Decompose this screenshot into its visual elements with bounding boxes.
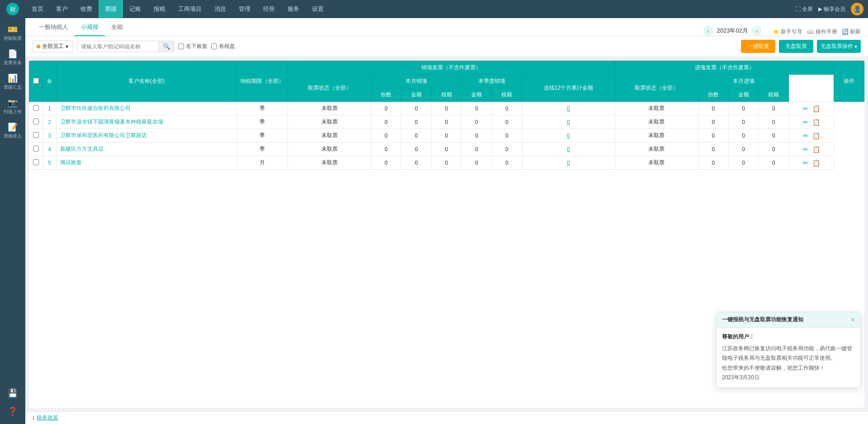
tab-action-操作手册[interactable]: 📖 操作手册 [807, 28, 837, 36]
edit-icon[interactable]: ✏ [803, 159, 808, 167]
fullscreen-btn[interactable]: ⛶ 全屏 [795, 5, 813, 13]
edit-icon[interactable]: ✏ [803, 132, 808, 139]
table-row: 2 卫辉市汲水镇下园湖香烟薹木种植家庭农场 季 未取票 0 0 0 0 0 0 … [29, 115, 864, 129]
row-checkbox[interactable] [29, 102, 43, 115]
row-pm-amount: 0 [728, 102, 759, 115]
edit-icon[interactable]: ✏ [803, 105, 808, 112]
row-12m[interactable]: 0 [522, 156, 615, 170]
edit-icon[interactable]: ✏ [803, 146, 808, 153]
top-nav: 财 首页客户收费票据记账报税工商项目消息管理经营服务设置 ⛶ 全屏 ▶ 畅享会员… [0, 0, 868, 18]
search-input[interactable] [77, 42, 159, 52]
row-customer[interactable]: 测试账套 [57, 156, 237, 170]
row-customer[interactable]: 新建区方方文具店 [57, 143, 237, 156]
tab-全能[interactable]: 全能 [105, 19, 129, 36]
view-icon[interactable]: 📋 [812, 105, 820, 112]
row-purchase-status: 未取票 [615, 143, 698, 156]
row-pm-count: 0 [698, 115, 728, 129]
sidebar-bottom-icon[interactable]: 💾 [5, 385, 21, 401]
nav-item-记账[interactable]: 记账 [123, 0, 147, 18]
tab-action-新手引导[interactable]: ⭐ 新手引导 [773, 28, 802, 36]
view-icon[interactable]: 📋 [812, 132, 820, 139]
row-12m[interactable]: 0 [522, 143, 615, 156]
checkbox-suita[interactable]: 名下账套 [178, 43, 208, 50]
notification-close[interactable]: × [851, 316, 855, 324]
edit-icon[interactable]: ✏ [803, 119, 808, 126]
nav-item-收费[interactable]: 收费 [74, 0, 99, 18]
row-checkbox[interactable] [29, 156, 43, 170]
tab-action-刷新[interactable]: 🔄 刷新 [842, 28, 861, 36]
sidebar-bottom-icon[interactable]: ❓ [5, 403, 21, 419]
nav-item-消息[interactable]: 消息 [208, 0, 232, 18]
row-index: 4 [43, 143, 57, 156]
row-period: 季 [237, 129, 288, 143]
th-period: 纳税期限（全部） [237, 61, 288, 102]
nav-item-票据[interactable]: 票据 [99, 0, 123, 18]
checkbox-suita-input[interactable] [178, 43, 184, 49]
row-purchase-status: 未取票 [615, 115, 698, 129]
table-group-header: ⚙ 客户名称(全部) 纳税期限（全部） 销项发票（不含作废票） 进项发票（不含作… [29, 61, 864, 75]
sidebar-item-扫描上传[interactable]: 📷扫描上传 [1, 95, 24, 118]
row-12m[interactable]: 0 [522, 129, 615, 143]
search-button[interactable]: 🔍 [159, 41, 174, 52]
nav-item-经营[interactable]: 经营 [257, 0, 281, 18]
sidebar-icon: 📝 [8, 122, 18, 132]
row-period: 季 [237, 102, 288, 115]
checkbox-disk-input[interactable] [211, 43, 217, 49]
row-pm-tax: 0 [759, 102, 789, 115]
row-sq-tax: 0 [492, 143, 522, 156]
row-purchase-status: 未取票 [615, 156, 698, 170]
app-logo[interactable]: 财 [5, 1, 21, 17]
th-purchase-month: 本月进项 [698, 75, 788, 88]
user-avatar[interactable]: 👤 [851, 3, 863, 15]
tax-policy-link[interactable]: 税务政策 [37, 414, 58, 422]
main-table: ⚙ 客户名称(全部) 纳税期限（全部） 销项发票（不含作废票） 进项发票（不含作… [29, 61, 864, 170]
tab-一般纳税人[interactable]: 一般纳税人 [33, 19, 75, 36]
row-pm-count: 0 [698, 102, 728, 115]
no-disk-btn[interactable]: 无盘取票 [779, 40, 813, 53]
nav-item-服务[interactable]: 服务 [281, 0, 306, 18]
view-icon[interactable]: 📋 [812, 159, 820, 167]
nav-item-管理[interactable]: 管理 [232, 0, 257, 18]
row-12m[interactable]: 0 [522, 102, 615, 115]
toolbar: 全部员工 ▾ 🔍 名下账套 有税盘 一键取票 无盘取票 无盘取票操作 ▾ [25, 36, 868, 57]
row-sq-tax: 0 [492, 115, 522, 129]
th-settings-col: ⚙ [43, 61, 57, 102]
sidebar-item-智能取票[interactable]: 🎫智能取票 [1, 22, 24, 44]
view-icon[interactable]: 📋 [812, 146, 820, 153]
row-pm-amount: 0 [728, 143, 759, 156]
employee-select[interactable]: 全部员工 ▾ [33, 40, 73, 52]
bottom-bar: ℹ 税务政策 [25, 411, 868, 424]
sidebar-item-票据汇总[interactable]: 📊票据汇总 [1, 71, 24, 93]
row-sm-amount: 0 [401, 129, 431, 143]
row-pm-amount: 0 [728, 115, 759, 129]
member-btn[interactable]: ▶ 畅享会员 [818, 5, 845, 13]
row-12m[interactable]: 0 [522, 115, 615, 129]
period-prev[interactable]: ‹ [703, 26, 713, 36]
tab-小规模[interactable]: 小规模 [75, 19, 105, 36]
no-disk-ops-btn[interactable]: 无盘取票操作 ▾ [817, 40, 861, 53]
sidebar-item-票据录入[interactable]: 📝票据录入 [1, 119, 24, 142]
nav-item-工商项目[interactable]: 工商项目 [172, 0, 208, 18]
row-customer[interactable]: 卫辉市保和堂医药有限公司卫辉路店 [57, 129, 237, 143]
sidebar: 🎫智能取票📄发票开具📊票据汇总📷扫描上传📝票据录入💾❓ [0, 18, 25, 424]
nav-item-设置[interactable]: 设置 [306, 0, 330, 18]
th-12months: 连续12个月累计金额 [522, 75, 615, 102]
one-click-btn[interactable]: 一键取票 [741, 40, 775, 53]
checkbox-disk[interactable]: 有税盘 [211, 43, 235, 50]
nav-item-报税[interactable]: 报税 [147, 0, 172, 18]
sidebar-item-发票开具[interactable]: 📄发票开具 [1, 46, 24, 69]
nav-item-首页[interactable]: 首页 [25, 0, 50, 18]
nav-item-客户[interactable]: 客户 [50, 0, 74, 18]
row-checkbox[interactable] [29, 115, 43, 129]
row-checkbox[interactable] [29, 143, 43, 156]
th-customer: 客户名称(全部) [57, 61, 237, 102]
view-icon[interactable]: 📋 [812, 119, 820, 126]
period-next[interactable]: › [752, 26, 762, 36]
th-actions: 操作 [834, 61, 864, 102]
row-customer[interactable]: 卫辉市玖玖健合医药有限公司 [57, 102, 237, 115]
row-customer[interactable]: 卫辉市汲水镇下园湖香烟薹木种植家庭农场 [57, 115, 237, 129]
table-row: 5 测试账套 月 未取票 0 0 0 0 0 0 未取票 0 0 0 ✏ 📋 [29, 156, 864, 170]
row-checkbox[interactable] [29, 129, 43, 143]
th-purchase-group: 进项发票（不含作废票） [615, 61, 834, 75]
select-all-checkbox[interactable] [33, 78, 39, 84]
